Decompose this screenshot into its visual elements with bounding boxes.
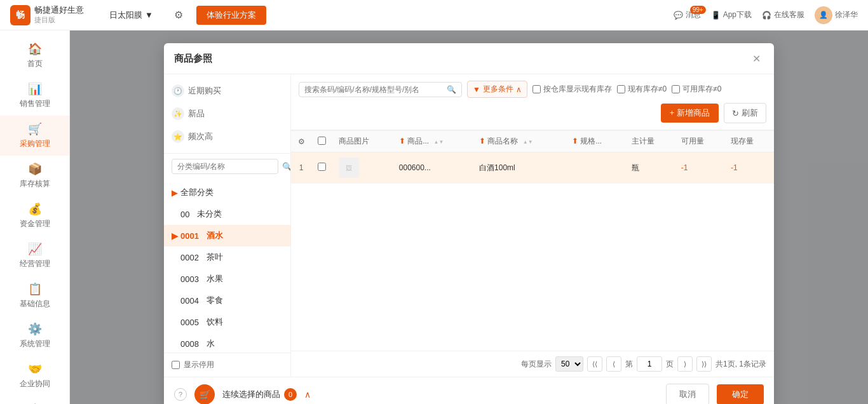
system-icon: ⚙️ bbox=[28, 322, 42, 336]
next-page-button[interactable]: ⟩ bbox=[677, 356, 693, 372]
row-num: 1 bbox=[291, 152, 311, 184]
sidebar-item-inventory[interactable]: 📦 库存核算 bbox=[0, 156, 69, 196]
quick-item-recent[interactable]: 🕐 近期购买 bbox=[164, 79, 290, 102]
prev-page-button[interactable]: ⟨ bbox=[606, 356, 621, 372]
sidebar-item-purchase[interactable]: 🛒 采购管理 bbox=[0, 116, 69, 156]
cat-item-tea[interactable]: 0002 茶叶 bbox=[164, 246, 290, 268]
th-image: 商品图片 bbox=[332, 131, 393, 152]
sort-code-icon: ⬆ bbox=[399, 137, 405, 145]
first-page-button[interactable]: ⟨⟨ bbox=[587, 356, 602, 372]
table-row[interactable]: 1 🖼 000600... 白酒100ml bbox=[291, 152, 774, 184]
cat-item-uncategorized[interactable]: 00 未分类 bbox=[164, 203, 290, 225]
collapse-icon[interactable]: ∧ bbox=[304, 389, 311, 400]
avatar: 👤 bbox=[815, 6, 832, 24]
th-settings[interactable]: ⚙ bbox=[291, 131, 311, 152]
current-stock-checkbox[interactable] bbox=[617, 85, 625, 93]
quick-item-new[interactable]: ✨ 新品 bbox=[164, 102, 290, 125]
filter-bar: 🔍 ▼ 更多条件 ∧ 按仓库显示现有库存 bbox=[291, 74, 774, 130]
more-filters-button[interactable]: ▼ 更多条件 ∧ bbox=[467, 81, 527, 98]
show-disabled-checkbox[interactable] bbox=[172, 361, 180, 369]
filter-icon: ▼ bbox=[473, 85, 480, 94]
online-service-button[interactable]: 🎧 在线客服 bbox=[762, 10, 804, 20]
last-page-button[interactable]: ⟩⟩ bbox=[696, 356, 712, 372]
app-download-button[interactable]: 📱 App下载 bbox=[711, 10, 752, 20]
refresh-button[interactable]: ↻ 刷新 bbox=[724, 103, 766, 123]
logo-area: 畅 畅捷通好生意 捷目版 bbox=[10, 5, 84, 25]
search-icon[interactable]: 🔍 bbox=[447, 85, 456, 94]
sidebar-item-home[interactable]: 🏠 首页 bbox=[0, 36, 69, 76]
usable-stock-checkbox[interactable] bbox=[672, 85, 680, 93]
warehouse-stock-checkbox[interactable] bbox=[532, 85, 541, 93]
th-available[interactable]: 可用量 bbox=[675, 131, 724, 152]
finance-icon: 💰 bbox=[28, 202, 42, 216]
operations-icon: 📈 bbox=[28, 242, 42, 256]
row-name-cell: 白酒100ml bbox=[473, 152, 566, 184]
row-available-cell: -1 bbox=[675, 152, 724, 184]
page-number-input[interactable] bbox=[637, 356, 662, 372]
modal-overlay: 商品参照 ✕ 🕐 近期购买 ✨ 新 bbox=[70, 30, 868, 404]
sidebar-item-operations[interactable]: 📈 经营管理 bbox=[0, 236, 69, 276]
th-spec[interactable]: ⬆ 规格... bbox=[566, 131, 625, 152]
cat-item-water[interactable]: 0008 水 bbox=[164, 333, 290, 353]
row-checkbox-cell bbox=[311, 152, 332, 184]
settings-icon[interactable]: ⚙ bbox=[168, 5, 189, 25]
star-icon: ⭐ bbox=[172, 130, 184, 143]
category-list: ▶ 全部分类 00 未分类 ▶ 0001 酒水 bbox=[164, 179, 290, 353]
user-profile[interactable]: 👤 徐泽华 bbox=[815, 6, 858, 24]
cancel-button[interactable]: 取消 bbox=[666, 384, 709, 404]
count-badge: 0 bbox=[284, 388, 297, 401]
row-code-cell: 000600... bbox=[393, 152, 473, 184]
show-disabled-row: 显示停用 bbox=[164, 353, 290, 377]
avatar-icon: 👤 bbox=[819, 11, 828, 19]
sidebar-item-collab[interactable]: 🤝 企业协同 bbox=[0, 356, 69, 396]
product-search-input[interactable] bbox=[304, 85, 444, 94]
nav-dropdown[interactable]: 日太阳膜 ▼ bbox=[102, 7, 161, 24]
sidebar: 🏠 首页 📊 销售管理 🛒 采购管理 📦 库存核算 💰 资金管理 📈 经营管理 … bbox=[0, 30, 70, 404]
sidebar-item-basic-info[interactable]: 📋 基础信息 bbox=[0, 276, 69, 316]
th-name[interactable]: ⬆ 商品名称 ▲▼ bbox=[473, 131, 566, 152]
pagination: 每页显示 50 ⟨⟨ ⟨ 第 页 ⟩ ⟩⟩ 共1页, 1条记录 bbox=[291, 351, 774, 377]
nav-right: 💬 消息 99+ 📱 App下载 🎧 在线客服 👤 徐泽华 bbox=[674, 6, 858, 24]
modal-title: 商品参照 bbox=[174, 53, 212, 65]
sidebar-item-guide[interactable]: 🎓 新手引导 bbox=[0, 396, 69, 404]
content-area: 商品参照 ✕ 🕐 近期购买 ✨ 新 bbox=[70, 30, 868, 404]
select-all-checkbox[interactable] bbox=[318, 137, 326, 145]
cat-item-alcohol[interactable]: ▶ 0001 酒水 bbox=[164, 225, 290, 246]
cat-item-fruit[interactable]: 0003 水果 bbox=[164, 268, 290, 290]
message-badge: 99+ bbox=[690, 6, 706, 14]
confirm-button[interactable]: 确定 bbox=[717, 384, 764, 404]
sidebar-item-finance[interactable]: 💰 资金管理 bbox=[0, 196, 69, 236]
home-icon: 🏠 bbox=[28, 42, 42, 56]
category-search-icon[interactable]: 🔍 bbox=[282, 162, 291, 172]
trial-button[interactable]: 体验行业方案 bbox=[196, 6, 266, 25]
th-checkbox bbox=[311, 131, 332, 152]
messages-button[interactable]: 💬 消息 99+ bbox=[674, 10, 701, 20]
close-button[interactable]: ✕ bbox=[749, 51, 764, 66]
modal-header: 商品参照 ✕ bbox=[164, 43, 774, 74]
row-checkbox[interactable] bbox=[318, 163, 326, 171]
th-unit[interactable]: 主计量 bbox=[625, 131, 675, 152]
cat-item-beverage[interactable]: 0005 饮料 bbox=[164, 311, 290, 333]
quick-item-frequent[interactable]: ⭐ 频次高 bbox=[164, 125, 290, 148]
category-search-input[interactable] bbox=[172, 159, 278, 174]
th-code[interactable]: ⬆ 商品... ▲▼ bbox=[393, 131, 473, 152]
info-icon: 📋 bbox=[28, 282, 42, 296]
logo-sub: 捷目版 bbox=[34, 15, 84, 25]
cat-item-snack[interactable]: 0004 零食 bbox=[164, 290, 290, 311]
sidebar-item-sales[interactable]: 📊 销售管理 bbox=[0, 76, 69, 116]
page-size-select[interactable]: 50 bbox=[555, 356, 583, 372]
th-stock[interactable]: 现存量 bbox=[724, 131, 774, 152]
sort-icons: ▲▼ bbox=[434, 139, 444, 145]
add-product-button[interactable]: + 新增商品 bbox=[661, 104, 719, 123]
pagination-total: 共1页, 1条记录 bbox=[715, 359, 766, 370]
logo-icon: 畅 bbox=[10, 5, 31, 25]
sidebar-item-system[interactable]: ⚙️ 系统管理 bbox=[0, 316, 69, 356]
phone-icon: 📱 bbox=[711, 11, 721, 20]
arrow-icon: ▶ bbox=[172, 188, 178, 198]
cat-item-all[interactable]: ▶ 全部分类 bbox=[164, 182, 290, 203]
help-icon[interactable]: ? bbox=[174, 388, 187, 401]
row-spec-cell bbox=[566, 152, 625, 184]
main-layout: 🏠 首页 📊 销售管理 🛒 采购管理 📦 库存核算 💰 资金管理 📈 经营管理 … bbox=[0, 30, 868, 404]
inventory-icon: 📦 bbox=[28, 162, 42, 176]
refresh-icon: ↻ bbox=[732, 109, 739, 118]
